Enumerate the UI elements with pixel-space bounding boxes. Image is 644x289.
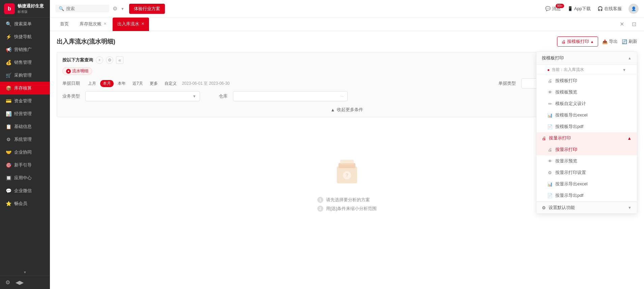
search-menu-icon: 🔍 <box>5 21 11 27</box>
display-print-icon: 🖨 <box>547 147 553 152</box>
messages-badge: 99+ <box>556 4 564 8</box>
sidebar-item-sales[interactable]: 💰 销售管理 <box>0 56 50 69</box>
dropdown-item-template-export-pdf[interactable]: 📄 按模板导出pdf <box>536 121 637 132</box>
dropdown-item-display-export-pdf[interactable]: 📄 按显示导出pdf <box>536 190 637 201</box>
empty-step-2-label: 用[选]条件来缩小分析范围 <box>326 206 377 212</box>
trial-btn[interactable]: 体验行业方案 <box>129 4 165 14</box>
sidebar-item-beginner[interactable]: 🎯 新手引导 <box>0 159 50 172</box>
sidebar-item-operations[interactable]: 📊 经营管理 <box>0 107 50 120</box>
sidebar-item-enterprise[interactable]: 🤝 企业协同 <box>0 146 50 159</box>
doc-type-label: 单据类型 <box>498 80 516 86</box>
sidebar-item-enterprise-wechat[interactable]: 💬 企业微信 <box>0 184 50 197</box>
basic-info-icon: 📋 <box>5 124 11 130</box>
tabs-close-btn[interactable]: ✕ <box>617 20 626 29</box>
refresh-btn[interactable]: 🔄 刷新 <box>622 38 637 45</box>
topbar-gear-icon[interactable]: ⚙ <box>113 5 117 12</box>
tabs-right-controls: ✕ ⊡ <box>617 20 639 29</box>
sidebar-item-label: 搜索菜单 <box>14 21 45 27</box>
template-print-label: 按模板打印 <box>555 78 577 84</box>
date-tab-more[interactable]: 更多 <box>147 80 160 87</box>
sidebar: b 畅捷通好生意 标准版 🔍 搜索菜单 ⚡ 快捷导航 📢 营销推广 💰 销售管理… <box>0 0 50 289</box>
tab-inventory-batch-label: 库存批次账 <box>80 21 101 27</box>
app-download-btn[interactable]: 📱 App下载 <box>567 6 591 12</box>
app-download-label: App下载 <box>574 6 591 12</box>
enterprise-wechat-icon: 💬 <box>5 188 11 194</box>
svg-rect-2 <box>340 160 354 164</box>
user-avatar[interactable]: 👤 <box>628 4 639 14</box>
export-btn[interactable]: 📤 导出 <box>602 38 618 45</box>
sidebar-item-basic-info[interactable]: 📋 基础信息 <box>0 120 50 133</box>
sidebar-item-system[interactable]: ⚙ 系统管理 <box>0 133 50 146</box>
date-tab-last-7-days[interactable]: 近7天 <box>130 80 146 87</box>
date-filter: 上月 本月 本年 近7天 更多 自定义 2023-06-01 至 2023-06… <box>85 80 479 87</box>
warehouse-arrow: ··· <box>341 94 344 98</box>
dropdown-header-label: 按模板打印 <box>542 55 564 61</box>
online-service-btn[interactable]: 🎧 在线客服 <box>597 6 622 12</box>
message-icon: 💬 <box>545 6 551 11</box>
sidebar-item-inventory[interactable]: 📦 库存核算 <box>0 82 50 95</box>
dropdown-item-display-print[interactable]: 🖨 按显示打印 <box>536 144 637 155</box>
print-icon: 🖨 <box>561 39 566 44</box>
date-tab-current-year[interactable]: 本年 <box>115 80 128 87</box>
tab-home[interactable]: 首页 <box>55 18 74 31</box>
display-preview-icon: 👁 <box>547 158 553 164</box>
sidebar-item-marketing[interactable]: 📢 营销推广 <box>0 43 50 56</box>
online-service-label: 在线客服 <box>604 6 622 12</box>
tab-inout-flow[interactable]: 出入库流水 ✕ <box>113 18 149 31</box>
sidebar-item-label: 应用中心 <box>14 175 45 181</box>
dropdown-header-arrow[interactable]: ▲ <box>628 56 632 60</box>
tab-inout-flow-close[interactable]: ✕ <box>141 22 144 26</box>
date-tab-custom[interactable]: 自定义 <box>162 80 179 87</box>
topbar: 🔍 ⚙ ▼ 体验行业方案 💬 消息 99+ 📱 App下载 🎧 在线客服 👤 <box>50 0 644 18</box>
tab-inventory-batch[interactable]: 库存批次账 ✕ <box>75 18 111 31</box>
add-condition-btn[interactable]: + <box>96 56 103 64</box>
dropdown-item-template-design[interactable]: ✏ 模板自定义设计 <box>536 98 637 109</box>
date-tab-prev-month[interactable]: 上月 <box>85 80 99 87</box>
messages-btn[interactable]: 💬 消息 99+ <box>545 6 561 12</box>
sidebar-item-purchase[interactable]: 🛒 采购管理 <box>0 69 50 82</box>
template-preview-label: 按模板预览 <box>555 89 577 95</box>
date-tab-current-month[interactable]: 本月 <box>100 80 114 87</box>
dropdown-item-display-print-settings[interactable]: ⚙ 按显示打印设置 <box>536 167 637 178</box>
dropdown-item-display-preview[interactable]: 👁 按显示预览 <box>536 155 637 167</box>
sidebar-item-membership[interactable]: ⭐ 畅会员 <box>0 197 50 210</box>
warehouse-select[interactable]: ··· <box>233 91 348 101</box>
sidebar-collapse-icon[interactable]: ◀▶ <box>16 279 24 286</box>
tabs-maximize-btn[interactable]: ⊡ <box>629 20 639 29</box>
settings-condition-btn[interactable]: ⚙ <box>106 56 113 64</box>
sidebar-item-app-center[interactable]: 🔲 应用中心 <box>0 172 50 184</box>
template-design-icon: ✏ <box>547 101 553 106</box>
step-num-1: 1 <box>317 197 323 203</box>
sidebar-item-search-menu[interactable]: 🔍 搜索菜单 <box>0 18 50 30</box>
filter-tag[interactable]: ● 流水明细 <box>62 67 92 75</box>
system-icon: ⚙ <box>5 136 11 142</box>
dropdown-item-display-export-excel[interactable]: 📊 按显示导出excel <box>536 178 637 190</box>
sidebar-logo: b 畅捷通好生意 标准版 <box>0 0 50 18</box>
footer-arrow: ▼ <box>628 206 632 210</box>
dropdown-item-template-export-excel[interactable]: 📊 按模板导出excel <box>536 109 637 121</box>
dropdown-item-template-preview[interactable]: 👁 按模板预览 <box>536 86 637 98</box>
display-print-section-header[interactable]: 🖨 按显示打印 ▲ <box>536 132 637 144</box>
collapse-condition-btn[interactable]: « <box>116 56 123 64</box>
empty-step-2: 2 用[选]条件来缩小分析范围 <box>317 206 377 212</box>
business-type-arrow: ▼ <box>193 94 196 98</box>
sidebar-settings-icon[interactable]: ⚙ <box>5 279 10 286</box>
display-print-section-label: 按显示打印 <box>549 135 571 141</box>
tab-inventory-batch-close[interactable]: ✕ <box>104 22 107 26</box>
search-icon: 🔍 <box>59 6 64 11</box>
current-arrow: ▼ <box>622 68 626 72</box>
warehouse-label: 仓库 <box>219 93 228 99</box>
print-template-btn[interactable]: 🖨 按模板打印 ▲ <box>557 36 598 47</box>
business-type-select[interactable]: ▼ <box>85 91 200 101</box>
topbar-dropdown-arrow[interactable]: ▼ <box>121 7 124 11</box>
sidebar-item-finance[interactable]: 💳 资金管理 <box>0 95 50 107</box>
dropdown-item-template-print[interactable]: 🖨 按模板打印 <box>536 75 637 86</box>
sidebar-item-quick-nav[interactable]: ⚡ 快捷导航 <box>0 30 50 43</box>
sidebar-item-label: 畅会员 <box>14 201 45 207</box>
sidebar-item-label: 系统管理 <box>14 136 45 142</box>
topbar-search-box[interactable]: 🔍 <box>55 5 109 12</box>
sidebar-scroll-down[interactable]: ▼ <box>0 269 50 275</box>
topbar-search-input[interactable] <box>66 6 100 11</box>
dropdown-footer[interactable]: ⚙ 设置默认功能 ▼ <box>536 202 637 213</box>
sidebar-item-label: 采购管理 <box>14 72 45 78</box>
